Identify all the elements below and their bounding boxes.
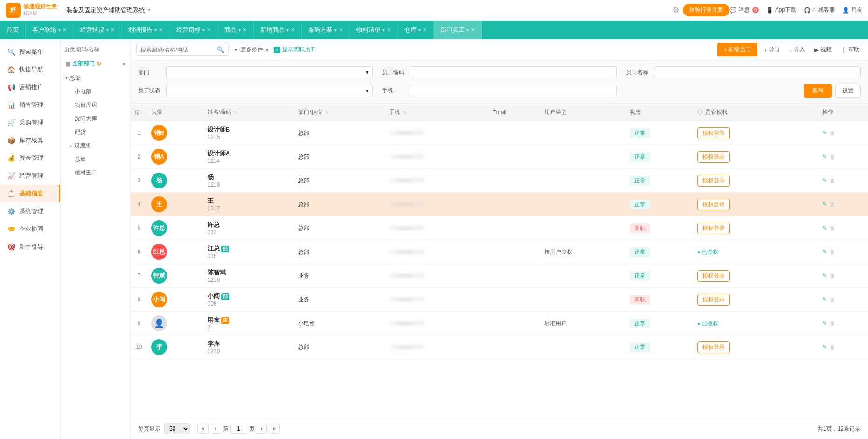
auth-button[interactable]: 授权登录: [697, 127, 730, 139]
sidebar-item-system[interactable]: ⚙️ 系统管理: [0, 202, 60, 220]
dept-select[interactable]: ▾: [166, 66, 373, 78]
app-download-button[interactable]: 📱 App下载: [766, 6, 796, 14]
set-button[interactable]: 设置: [835, 84, 861, 98]
tab-close-icon[interactable]: ✕: [291, 27, 295, 33]
auth-button[interactable]: 授权登录: [697, 294, 730, 306]
tab-close-icon[interactable]: ✕: [62, 27, 67, 33]
delete-button[interactable]: 🗑: [830, 225, 835, 231]
online-service-button[interactable]: 🎧 在线客服: [804, 6, 835, 14]
auth-button[interactable]: 授权登录: [697, 270, 730, 282]
sidebar-item-marketing[interactable]: 📢 营销推广: [0, 78, 60, 96]
collapse-icon[interactable]: «: [122, 61, 125, 67]
message-button[interactable]: 💬 消息 6: [729, 6, 759, 14]
add-employee-button[interactable]: + 新增员工: [717, 43, 757, 56]
tree-item-shuanglu[interactable]: ▸ 双鹿想: [61, 139, 130, 153]
delete-button[interactable]: 🗑: [830, 153, 835, 160]
delete-button[interactable]: 🗑: [830, 344, 835, 350]
gear-icon[interactable]: ⚙: [673, 6, 679, 14]
sidebar-item-basic-info[interactable]: 📋 基础信息: [0, 185, 60, 202]
auth-button[interactable]: 授权登录: [697, 175, 730, 187]
nav-tab-history[interactable]: 经营历程 ▾ ✕: [170, 21, 218, 39]
nav-tab-new-goods[interactable]: 新增商品 ▾ ✕: [254, 21, 302, 39]
sidebar-item-inventory[interactable]: 📦 库存核算: [0, 132, 60, 149]
nav-tab-profit[interactable]: 利润报告 ▾ ✕: [122, 21, 170, 39]
edit-button[interactable]: ✎: [822, 272, 827, 279]
auth-button[interactable]: 授权登录: [697, 151, 730, 163]
sidebar-item-finance[interactable]: 💰 资金管理: [0, 149, 60, 167]
page-number-input[interactable]: [230, 424, 247, 434]
export-button[interactable]: ↑ 导出: [761, 44, 783, 56]
tree-item-zongbu2[interactable]: 总部: [61, 153, 130, 166]
edit-button[interactable]: ✎: [822, 296, 827, 303]
last-page-button[interactable]: »: [269, 424, 280, 434]
sidebar-item-collab[interactable]: 🤝 企业协同: [0, 220, 60, 238]
next-page-button[interactable]: ›: [257, 424, 267, 434]
status-select[interactable]: ▾: [166, 85, 373, 97]
all-dept-label[interactable]: 全部部门: [72, 60, 95, 68]
nav-tab-operation[interactable]: 经营情况 ▾ ✕: [74, 21, 122, 39]
nav-tab-warehouse[interactable]: 仓库 ▾ ✕: [398, 21, 434, 39]
tab-close-icon[interactable]: ✕: [423, 27, 427, 33]
delete-button[interactable]: 🗑: [830, 177, 835, 184]
auth-button[interactable]: 授权登录: [697, 341, 730, 353]
edit-button[interactable]: ✎: [822, 130, 827, 136]
tree-item-peihuo[interactable]: 配货: [61, 125, 130, 139]
edit-button[interactable]: ✎: [822, 249, 827, 255]
column-settings-icon[interactable]: ⚙: [134, 109, 140, 116]
tab-close-icon[interactable]: ✕: [159, 27, 163, 33]
edit-button[interactable]: ✎: [822, 320, 827, 327]
refresh-icon[interactable]: ↻: [97, 61, 101, 67]
import-button[interactable]: ↓ 导入: [786, 44, 808, 56]
tab-close-icon[interactable]: ✕: [339, 27, 343, 33]
delete-button[interactable]: 🗑: [830, 130, 835, 136]
auth-button[interactable]: 授权登录: [697, 199, 730, 210]
per-page-select[interactable]: 50 20 100: [164, 423, 190, 434]
tree-item-zongbu[interactable]: ▾ 总部: [61, 71, 130, 85]
edit-button[interactable]: ✎: [822, 225, 827, 231]
prev-page-button[interactable]: ‹: [211, 424, 221, 434]
more-filter-button[interactable]: ▼ 更多条件 ∧: [233, 46, 269, 54]
sidebar-item-guide[interactable]: 🎯 新手引导: [0, 238, 60, 256]
tab-close-icon[interactable]: ✕: [471, 27, 475, 33]
employee-code-input[interactable]: [410, 66, 617, 78]
trial-button[interactable]: 体验行业方案: [683, 4, 729, 16]
nav-tab-employee[interactable]: 部门员工 ▾ ✕: [434, 21, 482, 39]
employee-name-input[interactable]: [654, 66, 861, 78]
sort-icon[interactable]: ⇅: [403, 110, 407, 115]
delete-button[interactable]: 🗑: [830, 201, 835, 208]
nav-tab-bom[interactable]: 物料清单 ▾ ✕: [350, 21, 398, 39]
tab-close-icon[interactable]: ✕: [207, 27, 211, 33]
auth-button[interactable]: 授权登录: [697, 223, 730, 234]
video-button[interactable]: ▶ 视频: [812, 44, 834, 56]
phone-input[interactable]: [410, 85, 617, 97]
help-button[interactable]: ｜ 帮助: [838, 44, 862, 56]
delete-button[interactable]: 🗑: [830, 320, 835, 327]
tab-close-icon[interactable]: ✕: [387, 27, 391, 33]
sidebar-item-operation-mgmt[interactable]: 📈 经营管理: [0, 167, 60, 185]
edit-button[interactable]: ✎: [822, 177, 827, 184]
edit-button[interactable]: ✎: [822, 153, 827, 160]
delete-button[interactable]: 🗑: [830, 296, 835, 303]
sidebar-item-quicknav[interactable]: 🏠 快捷导航: [0, 61, 60, 78]
nav-tab-customer[interactable]: 客户联络 ▾ ✕: [26, 21, 74, 39]
search-icon[interactable]: 🔍: [217, 46, 224, 53]
tree-item-zhicun[interactable]: 植村王二: [61, 166, 130, 180]
tree-item-project[interactable]: 项目库房: [61, 98, 130, 112]
nav-tab-home[interactable]: 首页: [0, 21, 26, 39]
search-input[interactable]: [140, 47, 215, 53]
tab-close-icon[interactable]: ✕: [111, 27, 115, 33]
delete-button[interactable]: 🗑: [830, 272, 835, 279]
sidebar-item-search[interactable]: 🔍 搜索菜单: [0, 43, 60, 61]
user-menu-button[interactable]: 👤 用友: [842, 6, 862, 14]
sidebar-item-sales[interactable]: 📊 销售管理: [0, 96, 60, 114]
tree-item-xiaodian[interactable]: 小电部: [61, 85, 130, 98]
dropdown-arrow-icon[interactable]: ▾: [148, 7, 151, 13]
show-resign-checkbox[interactable]: ✓ 显示离职员工: [274, 46, 316, 54]
nav-tab-goods[interactable]: 商品 ▾ ✕: [218, 21, 254, 39]
edit-button[interactable]: ✎: [822, 344, 827, 350]
tree-item-shenyang[interactable]: 沈阳大库: [61, 112, 130, 125]
sort-icon[interactable]: ⇅: [325, 110, 328, 115]
first-page-button[interactable]: «: [197, 424, 209, 434]
nav-tab-barcode[interactable]: 条码方案 ▾ ✕: [302, 21, 350, 39]
tree-search-input[interactable]: [64, 46, 131, 53]
